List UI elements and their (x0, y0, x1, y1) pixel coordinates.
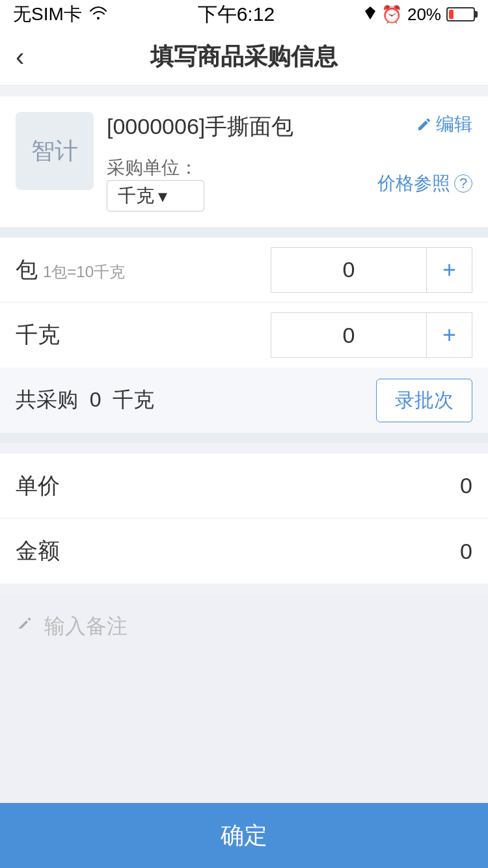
alarm-icon: ⏰ (381, 5, 402, 25)
kg-quantity-input[interactable] (271, 312, 427, 358)
amount-row: 金额 0 (0, 519, 488, 584)
bag-plus-button[interactable]: + (427, 247, 472, 293)
kg-input-row: 千克 + (0, 303, 488, 368)
status-time: 下午6:12 (198, 1, 275, 28)
product-name-row: [0000006]手撕面包 编辑 (107, 112, 472, 142)
product-card: 智计 [0000006]手撕面包 编辑 采购单位： 千克 ▾ (0, 96, 488, 227)
kg-plus-button[interactable]: + (427, 312, 472, 358)
help-icon: ? (454, 174, 472, 193)
status-left: 无SIM卡 (13, 2, 108, 27)
bag-input-row: 包1包=10千克 + (0, 237, 488, 303)
kg-label: 千克 (16, 320, 60, 350)
unit-selector: 采购单位： 千克 ▾ (107, 155, 204, 211)
amount-value: 0 (460, 539, 472, 564)
unit-price-row: 单价 0 (0, 454, 488, 519)
total-row: 共采购 0 千克 录批次 (0, 368, 488, 433)
page-title: 填写商品采购信息 (150, 41, 338, 73)
carrier-text: 无SIM卡 (13, 2, 82, 27)
wifi-icon (88, 4, 108, 25)
confirm-button[interactable]: 确定 (0, 803, 488, 868)
remarks-input[interactable]: 输入备注 (44, 612, 128, 641)
product-info: [0000006]手撕面包 编辑 采购单位： 千克 ▾ 价格 (107, 112, 472, 211)
batch-button[interactable]: 录批次 (376, 379, 472, 422)
unit-price-value: 0 (460, 473, 472, 498)
battery-percent: 20% (407, 5, 441, 25)
back-button[interactable]: ‹ (16, 42, 24, 72)
product-image: 智计 (16, 112, 94, 190)
battery-icon (446, 7, 475, 21)
pencil-icon (16, 616, 34, 638)
purchase-unit-row: 采购单位： 千克 ▾ 价格参照 ? (107, 155, 472, 211)
edit-button[interactable]: 编辑 (416, 112, 472, 137)
unit-label: 采购单位： (107, 157, 198, 178)
status-bar: 无SIM卡 下午6:12 ⏰ 20% (0, 0, 488, 29)
status-right: ⏰ 20% (364, 5, 475, 25)
bag-quantity-input[interactable] (271, 247, 427, 293)
unit-price-label: 单价 (16, 471, 60, 501)
section-divider-2 (0, 433, 488, 443)
product-name: [0000006]手撕面包 (107, 112, 293, 142)
price-section: 单价 0 金额 0 (0, 454, 488, 584)
unit-select-dropdown[interactable]: 千克 ▾ (107, 180, 204, 211)
price-reference-button[interactable]: 价格参照 ? (377, 171, 472, 196)
section-divider-1 (0, 227, 488, 237)
nav-bar: ‹ 填写商品采购信息 (0, 29, 488, 86)
location-icon (364, 5, 376, 25)
bag-label: 包1包=10千克 (16, 255, 125, 285)
quantity-section: 包1包=10千克 + 千克 + (0, 237, 488, 368)
kg-input-right: + (271, 312, 472, 358)
bag-input-right: + (271, 247, 472, 293)
remarks-section[interactable]: 输入备注 (0, 594, 488, 659)
product-logo: 智计 (31, 135, 78, 167)
bag-sub-label: 1包=10千克 (43, 263, 125, 280)
chevron-down-icon: ▾ (158, 185, 167, 207)
amount-label: 金额 (16, 536, 60, 566)
total-text: 共采购 0 千克 (16, 386, 154, 414)
